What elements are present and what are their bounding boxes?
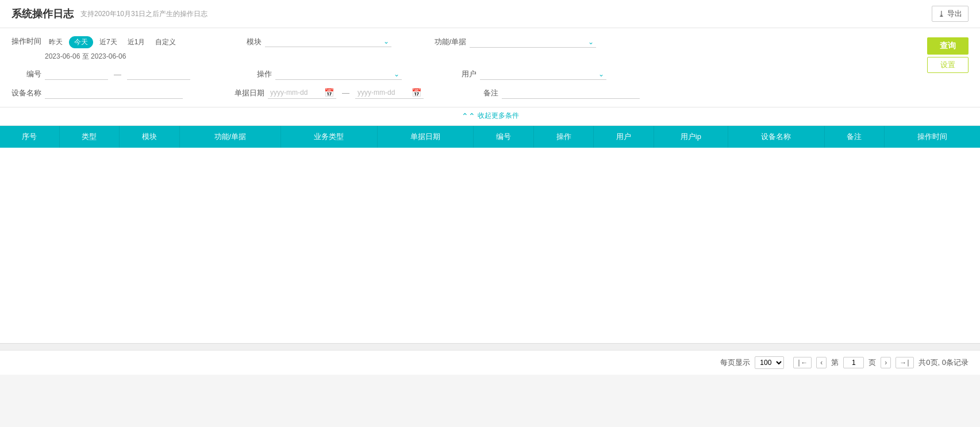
date-to-placeholder: yyyy-mm-dd xyxy=(358,89,409,97)
action-buttons: 查询 设置 xyxy=(927,36,969,73)
col-number: 编号 xyxy=(474,126,533,148)
date-to-picker[interactable]: yyyy-mm-dd 📅 xyxy=(355,87,424,99)
col-index: 序号 xyxy=(0,126,59,148)
yesterday-btn[interactable]: 昨天 xyxy=(45,36,67,48)
next-page-button[interactable]: › xyxy=(881,357,891,368)
document-date-dash: — xyxy=(342,89,349,97)
col-op-time: 操作时间 xyxy=(884,126,980,148)
first-page-button[interactable]: ∣← xyxy=(793,357,812,368)
function-chevron-icon: ⌄ xyxy=(588,38,594,46)
function-label: 功能/单据 xyxy=(432,37,466,47)
remark-label: 备注 xyxy=(464,88,498,98)
module-select[interactable]: ⌄ xyxy=(265,36,391,47)
empty-area xyxy=(0,148,980,343)
user-select[interactable]: ⌄ xyxy=(480,68,606,80)
per-page-select[interactable]: 100 50 200 xyxy=(755,356,784,369)
last7days-btn[interactable]: 近7天 xyxy=(95,36,121,48)
col-type: 类型 xyxy=(59,126,119,148)
module-label: 模块 xyxy=(232,37,262,47)
export-icon: ⤓ xyxy=(938,9,945,18)
custom-btn[interactable]: 自定义 xyxy=(151,36,180,48)
page-title: 系统操作日志 xyxy=(11,7,74,21)
col-user-ip: 用户ip xyxy=(654,126,728,148)
page-subtitle: 支持2020年10月31日之后产生的操作日志 xyxy=(80,9,207,19)
per-page-label: 每页显示 xyxy=(720,357,750,368)
date-from-placeholder: yyyy-mm-dd xyxy=(270,89,322,97)
collapse-chevron-icon: ⌃⌃ xyxy=(462,111,475,121)
date-from-picker[interactable]: yyyy-mm-dd 📅 xyxy=(268,87,336,99)
number-from-input[interactable] xyxy=(45,68,108,80)
col-module: 模块 xyxy=(120,126,179,148)
number-label: 编号 xyxy=(11,69,41,79)
table-header-row: 序号 类型 模块 功能/单据 业务类型 单据日期 编号 操作 用户 用户ip 设… xyxy=(0,126,980,148)
page-unit-label: 页 xyxy=(868,357,876,368)
last1month-btn[interactable]: 近1月 xyxy=(124,36,149,48)
user-label: 用户 xyxy=(442,69,476,79)
today-btn[interactable]: 今天 xyxy=(69,36,93,48)
document-date-label: 单据日期 xyxy=(235,88,264,98)
filter-panel: 操作时间 昨天 今天 近7天 近1月 自定义 2023-06-06 至 2023… xyxy=(0,28,980,107)
function-select-value xyxy=(472,37,588,46)
last-page-button[interactable]: →∣ xyxy=(896,357,914,368)
calendar-to-icon[interactable]: 📅 xyxy=(412,88,421,97)
query-button[interactable]: 查询 xyxy=(927,37,969,55)
table-container: 序号 类型 模块 功能/单据 业务类型 单据日期 编号 操作 用户 用户ip 设… xyxy=(0,126,980,148)
operation-chevron-icon: ⌄ xyxy=(394,70,399,78)
settings-button[interactable]: 设置 xyxy=(927,57,969,73)
operation-time-label: 操作时间 xyxy=(11,36,41,47)
device-name-label: 设备名称 xyxy=(11,88,41,98)
horizontal-scrollbar[interactable] xyxy=(0,343,980,350)
remark-input[interactable] xyxy=(502,87,640,99)
collapse-bar: ⌃⌃ 收起更多条件 xyxy=(0,107,980,126)
operation-label: 操作 xyxy=(242,69,272,79)
col-device: 设备名称 xyxy=(728,126,824,148)
function-select[interactable]: ⌄ xyxy=(470,36,596,48)
user-select-value xyxy=(482,70,598,78)
prev-page-button[interactable]: ‹ xyxy=(816,357,827,368)
export-label: 导出 xyxy=(947,9,962,19)
page-label: 第 xyxy=(831,357,839,368)
date-range-display: 2023-06-06 至 2023-06-06 xyxy=(45,52,180,61)
number-to-input[interactable] xyxy=(127,68,190,80)
col-function: 功能/单据 xyxy=(179,126,280,148)
number-dash: — xyxy=(114,70,121,79)
page-header: 系统操作日志 支持2020年10月31日之后产生的操作日志 ⤓ 导出 xyxy=(0,0,980,28)
collapse-label: 收起更多条件 xyxy=(478,111,519,121)
data-table: 序号 类型 模块 功能/单据 业务类型 单据日期 编号 操作 用户 用户ip 设… xyxy=(0,126,980,148)
device-name-input[interactable] xyxy=(45,87,183,99)
col-user: 用户 xyxy=(594,126,654,148)
col-operation: 操作 xyxy=(533,126,593,148)
col-biz-type: 业务类型 xyxy=(281,126,378,148)
col-doc-date: 单据日期 xyxy=(377,126,474,148)
module-chevron-icon: ⌄ xyxy=(383,37,389,45)
calendar-from-icon[interactable]: 📅 xyxy=(324,88,334,97)
operation-select[interactable]: ⌄ xyxy=(275,68,402,80)
pagination-bar: 每页显示 100 50 200 ∣← ‹ 第 页 › →∣ 共0页, 0条记录 xyxy=(0,350,980,375)
page-number-input[interactable] xyxy=(843,357,864,368)
export-button[interactable]: ⤓ 导出 xyxy=(932,6,969,22)
collapse-button[interactable]: ⌃⌃ 收起更多条件 xyxy=(462,111,519,121)
operation-select-value xyxy=(278,70,394,78)
user-chevron-icon: ⌄ xyxy=(598,70,604,78)
col-remark: 备注 xyxy=(824,126,884,148)
total-info: 共0页, 0条记录 xyxy=(918,357,969,368)
